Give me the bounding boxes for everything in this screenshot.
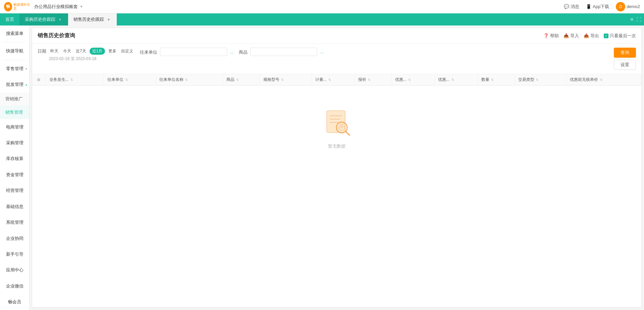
sidebar-item-apps[interactable]: 应用中心 — [0, 262, 29, 278]
th-pretax-price[interactable]: 优惠前无税单价 ⇅ — [567, 74, 641, 86]
last-only-checkbox[interactable]: ✓ — [604, 34, 608, 38]
empty-icon — [320, 106, 354, 139]
counterpart-filter-label: 往来单位 — [140, 49, 157, 55]
tab-purchase-close-icon[interactable]: × — [57, 17, 63, 22]
window-maximize-icon[interactable]: ⛶ — [637, 17, 641, 22]
sort-icon-biz-date: ⇅ — [70, 78, 73, 82]
goods-filter-group: 商品 ... — [239, 48, 324, 56]
message-button[interactable]: 💬 消息 — [564, 4, 579, 10]
page-title-bar: 销售历史价查询 ❓ 帮助 📥 导入 📤 导出 ✓ — [32, 28, 641, 44]
th-settings[interactable]: ⚙ — [32, 74, 46, 86]
date-buttons: 昨天 今天 近7天 近1月 更多 自定义 — [49, 48, 135, 55]
sort-icon-spec: ⇅ — [281, 78, 284, 82]
tab-purchase-label: 采购历史价跟踪 — [25, 16, 55, 22]
sort-icon-trade-type: ⇅ — [536, 78, 539, 82]
th-quantity[interactable]: 数量 ⇅ — [478, 74, 515, 86]
sort-icon-goods: ⇅ — [236, 78, 239, 82]
sidebar-item-retail[interactable]: 零售管理 — [0, 61, 29, 76]
date-btn-yesterday[interactable]: 昨天 — [49, 48, 60, 55]
date-btn-7days[interactable]: 近7天 — [74, 48, 88, 55]
tab-sales-close-icon[interactable]: × — [106, 17, 111, 22]
sort-icon-discount2: ⇅ — [451, 78, 454, 82]
th-discount1[interactable]: 优惠... ⇅ — [391, 74, 435, 86]
last-only-checkbox-group[interactable]: ✓ 只看最后一次 — [604, 33, 636, 39]
query-button[interactable]: 查询 — [614, 48, 636, 58]
sort-icon-quote: ⇅ — [368, 78, 371, 82]
sidebar-item-wechat[interactable]: 企业微信 — [0, 278, 29, 294]
th-unit[interactable]: 计量... ⇅ — [312, 74, 355, 86]
header-right: 💬 消息 📱 App下载 D demo2 — [564, 2, 640, 11]
svg-line-6 — [346, 132, 350, 135]
date-btn-custom[interactable]: 自定义 — [120, 48, 135, 55]
counterpart-dots-button[interactable]: ... — [230, 49, 233, 54]
data-table: ⚙ 业务发生... ⇅ 往来单位 ⇅ 往来单位名称 ⇅ — [32, 74, 641, 86]
th-trade-type[interactable]: 交易类型 ⇅ — [515, 74, 567, 86]
tab-bar: 首页 采购历史价跟踪 × 销售历史价跟踪 × ✕ ⛶ — [0, 13, 644, 25]
sidebar-item-inventory[interactable]: 库存核算 — [0, 151, 29, 167]
table-wrapper: ⚙ 业务发生... ⇅ 往来单位 ⇅ 往来单位名称 ⇅ — [32, 74, 641, 307]
goods-filter-label: 商品 — [239, 49, 248, 55]
user-area[interactable]: D demo2 — [616, 2, 640, 11]
avatar: D — [616, 2, 625, 11]
top-header: 畅 畅捷通好生意 办公用品行业模拟账套 ▾ 💬 消息 📱 App下载 D dem… — [0, 0, 644, 13]
sidebar-item-system[interactable]: 系统管理 — [0, 214, 29, 230]
tab-sales[interactable]: 销售历史价跟踪 × — [68, 13, 117, 25]
sort-icon-pretax-price: ⇅ — [600, 78, 603, 82]
counterpart-input[interactable] — [160, 48, 227, 56]
date-btn-1month[interactable]: 近1月 — [90, 48, 105, 55]
sort-icon-counterpart-code: ⇅ — [125, 78, 128, 82]
sort-icon-quantity: ⇅ — [491, 78, 494, 82]
filter-bar: 日期 昨天 今天 近7天 近1月 更多 自定义 2023-02-18 至 202… — [32, 44, 641, 74]
th-biz-date[interactable]: 业务发生... ⇅ — [46, 74, 104, 86]
counterpart-filter-group: 往来单位 ... — [140, 48, 233, 56]
sidebar-item-finance[interactable]: 资金管理 — [0, 167, 29, 183]
sidebar-item-ecommerce[interactable]: 电商管理 — [0, 119, 29, 135]
window-close-icon[interactable]: ✕ — [630, 17, 634, 22]
sidebar-item-enterprise[interactable]: 企业协同 — [0, 230, 29, 246]
tab-home[interactable]: 首页 — [0, 13, 19, 25]
content-area: 销售历史价查询 ❓ 帮助 📥 导入 📤 导出 ✓ — [30, 25, 644, 310]
sidebar-item-guide[interactable]: 新手引导 — [0, 246, 29, 262]
th-discount2[interactable]: 优惠... ⇅ — [435, 74, 478, 86]
date-btn-more[interactable]: 更多 — [107, 48, 118, 55]
help-icon: ❓ — [543, 33, 549, 38]
sidebar-item-sales-mgmt[interactable]: 销售管理 — [0, 106, 29, 119]
sidebar-divider-1 — [3, 42, 26, 42]
th-counterpart-name[interactable]: 往来单位名称 ⇅ — [156, 74, 223, 86]
import-icon: 📥 — [564, 33, 569, 38]
help-button[interactable]: ❓ 帮助 — [543, 33, 559, 39]
main-layout: 搜索菜单 快捷导航 零售管理 批发管理 营销推广 销售管理 电商管理 采购管理 … — [0, 25, 644, 310]
date-filter-options: 昨天 今天 近7天 近1月 更多 自定义 2023-02-18 至 2023-0… — [49, 48, 135, 62]
sort-icon-unit: ⇅ — [328, 78, 331, 82]
sidebar-item-basic[interactable]: 基础信息 — [0, 199, 29, 214]
th-counterpart-code[interactable]: 往来单位 ⇅ — [104, 74, 156, 86]
empty-text: 暂无数据 — [328, 143, 345, 149]
th-quote[interactable]: 报价 ⇅ — [355, 74, 392, 86]
filter-actions: 查询 设置 — [614, 48, 636, 70]
download-button[interactable]: 📱 App下载 — [586, 4, 609, 10]
import-button[interactable]: 📥 导入 — [564, 33, 579, 39]
date-range-text: 2023-02-18 至 2023-03-18 — [49, 56, 135, 62]
date-btn-today[interactable]: 今天 — [62, 48, 72, 55]
sidebar-item-operation[interactable]: 经营管理 — [0, 183, 29, 199]
export-button[interactable]: 📤 导出 — [584, 33, 599, 39]
sidebar-item-wholesale[interactable]: 批发管理 — [0, 76, 29, 92]
sidebar-item-purchase-mgmt[interactable]: 采购管理 — [0, 135, 29, 151]
sidebar: 搜索菜单 快捷导航 零售管理 批发管理 营销推广 销售管理 电商管理 采购管理 … — [0, 25, 30, 310]
sidebar-item-member[interactable]: 畅会员 — [0, 294, 29, 310]
goods-input[interactable] — [250, 48, 317, 56]
empty-state: 暂无数据 — [32, 86, 641, 169]
th-goods[interactable]: 商品 ⇅ — [223, 74, 260, 86]
th-spec[interactable]: 规格型号 ⇅ — [260, 74, 312, 86]
sidebar-item-marketing[interactable]: 营销推广 — [0, 93, 29, 106]
tab-purchase[interactable]: 采购历史价跟踪 × — [19, 13, 68, 25]
sidebar-item-search[interactable]: 搜索菜单 — [0, 25, 29, 41]
app-dropdown-icon[interactable]: ▾ — [80, 4, 83, 9]
goods-dots-button[interactable]: ... — [320, 49, 324, 54]
logo-area[interactable]: 畅 畅捷通好生意 — [4, 2, 31, 11]
tab-home-label: 首页 — [5, 16, 14, 22]
app-title: 办公用品行业模拟账套 — [34, 4, 78, 10]
logo-icon: 畅 — [4, 2, 12, 11]
settings-button[interactable]: 设置 — [614, 60, 636, 70]
sidebar-item-shortcut[interactable]: 快捷导航 — [0, 43, 29, 59]
